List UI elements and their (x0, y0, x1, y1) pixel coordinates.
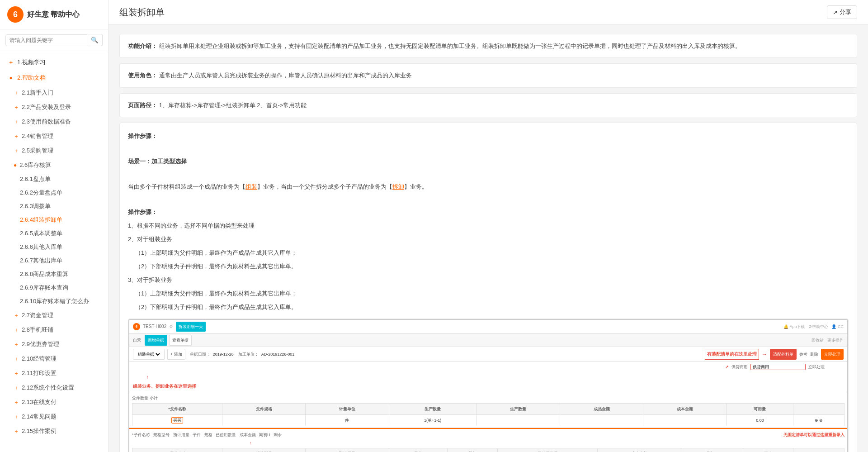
sidebar-item-mobile[interactable]: ＋ 2.8手机旺铺 (0, 323, 108, 337)
parent-cost-amt (643, 415, 726, 426)
sidebar-item-capital[interactable]: ＋ 2.7资金管理 (0, 308, 108, 323)
supplier-input[interactable] (750, 364, 806, 370)
parent-prod-qty2 (476, 415, 560, 426)
th-prod-qty1: 生产数量 (389, 404, 476, 415)
sidebar-item-assembly[interactable]: 2.6.4组装拆卸单 (0, 213, 108, 227)
parent-row-1: 买买 件 1(单+1-1) 0.00 ⊕ ⊖ (132, 415, 844, 426)
step-1: 1、根据不同的业务，选择不同单据的类型来处理 (128, 220, 849, 232)
logo-text: 好生意 帮助中心 (27, 10, 80, 19)
app-topbar: 6 TEST-H002 ⚙ 拆装明细一天 🔔 App下载 ⚙帮助中心 👤 CC (129, 320, 847, 334)
callout4-arrow: ↑ (250, 441, 252, 445)
type-select[interactable]: 组装单据 拆卸单据 (136, 352, 161, 357)
app-screenshot: 6 TEST-H002 ⚙ 拆装明细一天 🔔 App下载 ⚙帮助中心 👤 CC … (128, 319, 848, 452)
step-3: 3、对于拆装业务 (128, 274, 849, 286)
plus-icon-2-10: ＋ (14, 355, 19, 363)
sidebar-item-transfer[interactable]: 2.6.3调拨单 (0, 200, 108, 213)
sidebar-item-purchase[interactable]: ＋ 2.5采购管理 (0, 143, 108, 158)
sidebar-item-stocktake[interactable]: 2.6.1盘点单 (0, 172, 108, 186)
th-init-u: 期初U (681, 448, 743, 452)
sidebar-item-print[interactable]: ＋ 2.11打印设置 (0, 366, 108, 381)
sidebar-item-sales[interactable]: ＋ 2.4销售管理 (0, 129, 108, 143)
callout-label-1: 有装配清单的在这里处理 (705, 349, 759, 360)
th-used-qty: 已使用数量 (498, 448, 598, 452)
app-main-btn[interactable]: 拆装明细一天 (176, 322, 206, 332)
sidebar-item-ops[interactable]: ＋ 2.10经营管理 (0, 352, 108, 366)
btn-add[interactable]: + 添加 (167, 349, 185, 360)
plus-icon-2-2: ＋ (14, 104, 19, 111)
sidebar-item-outbound[interactable]: 2.6.7其他出库单 (0, 254, 108, 267)
sidebar-item-newbie[interactable]: ＋ 2.1新手入门 (0, 86, 108, 100)
sidebar-item-cost-recalc[interactable]: 2.6.8商品成本重算 (0, 267, 108, 281)
search-button[interactable]: 🔍 (87, 34, 103, 46)
minus-icon: ● (7, 74, 14, 81)
step-2-2: （2）下部明细为子件明细，最终作为原材料生成其它出库单。 (128, 261, 849, 272)
topbar: 组装拆卸单 ↗ 分享 (108, 0, 868, 25)
share-button[interactable]: ↗ 分享 (827, 5, 857, 19)
sidebar-item-inventory[interactable]: ● 2.6库存核算 (0, 158, 108, 172)
th-unit: 计量单位 (306, 404, 389, 415)
main-content: 组装拆卸单 ↗ 分享 功能介绍： 组装拆卸单用来处理企业组装或拆卸等加工业务，支… (108, 0, 868, 452)
sidebar-item-payment[interactable]: ＋ 2.13在线支付 (0, 395, 108, 409)
th-child-spec2: 规格 (448, 448, 498, 452)
step-3-2: （2）下部明细为子件明细，最终作为产成品生成其它入库单。 (128, 301, 849, 313)
th-parent-name: *父件名称 (132, 404, 222, 415)
parent-product-amt (560, 415, 643, 426)
logo-icon: 6 (7, 6, 24, 23)
sidebar-item-cost-adj[interactable]: 2.6.5成本调整单 (0, 227, 108, 240)
th-est-qty: 预计用量 (306, 448, 389, 452)
sidebar-item-ledger-fix[interactable]: 2.6.10库存账本错了怎么办 (0, 295, 108, 308)
tab-new-order[interactable]: 新增单据 (145, 335, 167, 346)
btn-confirm[interactable]: 立即处理 (821, 349, 844, 360)
callout3-label: ↑ 组装业务、拆卸业务在这里选择 (129, 372, 847, 392)
sidebar-item-faq[interactable]: ＋ 2.14常见问题 (0, 409, 108, 424)
sidebar-item-cases[interactable]: ＋ 2.15操作案例 (0, 424, 108, 438)
sidebar-item-ledger-query[interactable]: 2.6.9库存账本查询 (0, 281, 108, 295)
path-text: 1、库存核算->库存管理->组装拆卸单 2、首页->常用功能 (159, 102, 307, 109)
app-topbar-id: TEST-H002 (143, 322, 166, 331)
sidebar-item-system[interactable]: ＋ 2.12系统个性化设置 (0, 381, 108, 395)
plus-icon-2-12: ＋ (14, 384, 19, 392)
step-2-1: （1）上部明细为父件明细，最终作为产成品生成其它入库单； (128, 247, 849, 259)
th-available: 可用量 (726, 404, 793, 415)
steps-block: 操作步骤： 场景一：加工类型选择 当由多个子件材料组装成一个成品的业务为【组装】… (119, 123, 857, 452)
parent-input[interactable]: 买买 (171, 417, 183, 423)
path-block: 页面路径： 1、库存核算->库存管理->组装拆卸单 2、首页->常用功能 (119, 93, 857, 117)
plus-icon-2-14: ＋ (14, 413, 19, 421)
intro-text: 组装拆卸单用来处理企业组装或拆卸等加工业务，支持有固定装配清单的产品加工业务，也… (159, 43, 741, 49)
th-child-actions (793, 448, 844, 452)
sidebar-item-install[interactable]: ＋ 2.2产品安装及登录 (0, 100, 108, 114)
btn-type-select[interactable]: 适配外料单 (770, 349, 797, 360)
parent-name-1: 买买 (132, 415, 222, 426)
sidebar-item-coupon[interactable]: ＋ 2.9优惠券管理 (0, 337, 108, 352)
child-table: *子件名称 规格型号 预计用量 子件 规格 已使用数量 成本金额 期初U 剩余 (132, 448, 844, 452)
tab-view-order[interactable]: 查看单据 (169, 335, 192, 346)
step-2: 2、对于组装业务 (128, 233, 849, 245)
parent-prod-qty1: 1(单+1-1) (389, 415, 476, 426)
sidebar-item-inbound[interactable]: 2.6.6其他入库单 (0, 240, 108, 254)
plus-icon-2-4: ＋ (14, 133, 19, 140)
th-prod-qty2: 生产数量 (476, 404, 560, 415)
parent-table: *父件名称 父件规格 计量单位 生产数量 生产数量 成品金额 成本金额 可用量 (132, 403, 844, 426)
sidebar-header: 6 好生意 帮助中心 (0, 0, 108, 29)
sidebar-item-helpd[interactable]: ● 2.帮助文档 (0, 70, 108, 86)
plus-icon-2-9: ＋ (14, 341, 19, 348)
nav-section-1: ＋ 1.视频学习 (0, 55, 108, 70)
nav-section-2: ● 2.帮助文档 ＋ 2.1新手入门 ＋ 2.2产品安装及登录 ＋ 2.3使用前… (0, 70, 108, 438)
btn-select-type[interactable]: 组装单据 拆卸单据 (133, 349, 165, 360)
role-block: 使用角色： 通常由生产人员或库管人员完成拆装业务的操作，库管人员确认原材料的出库… (119, 63, 857, 87)
intro-label: 功能介绍： (128, 43, 157, 49)
th-product-amt: 成品金额 (560, 404, 643, 415)
page-title: 组装拆卸单 (119, 6, 165, 19)
sidebar-item-partial-stocktake[interactable]: 2.6.2分量盘点单 (0, 186, 108, 200)
minus-icon-2-6: ● (14, 162, 17, 168)
sidebar-item-data-prep[interactable]: ＋ 2.3使用前数据准备 (0, 114, 108, 129)
callout3-text: 组装业务、拆卸业务在这里选择 (133, 384, 196, 389)
search-input[interactable] (5, 34, 87, 46)
plus-icon-2-7: ＋ (14, 312, 19, 319)
th-child-spec: 规格型号 (222, 448, 306, 452)
content-area: 功能介绍： 组装拆卸单用来处理企业组装或拆卸等加工业务，支持有固定装配清单的产品… (108, 25, 868, 452)
plus-icon-2-11: ＋ (14, 370, 19, 377)
sidebar-item-video[interactable]: ＋ 1.视频学习 (0, 55, 108, 70)
nav-list: ＋ 1.视频学习 ● 2.帮助文档 ＋ 2.1新手入门 ＋ 2.2产品安装及登录 (0, 51, 108, 442)
search-bar: 🔍 (0, 29, 108, 51)
